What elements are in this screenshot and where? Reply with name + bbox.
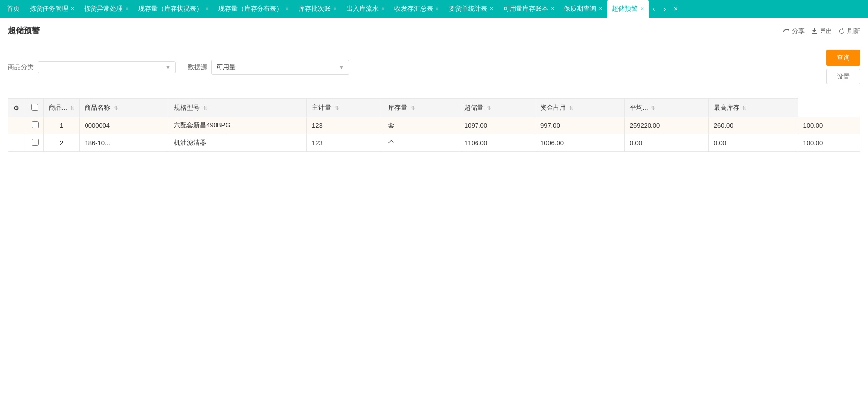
- th-unit[interactable]: 主计量 ⇅: [307, 99, 383, 117]
- cell-product-name: 机油滤清器: [169, 134, 307, 152]
- cell-capital: 0.00: [624, 134, 708, 152]
- nav-overstock-warning[interactable]: 超储预警 ×: [607, 0, 649, 18]
- header-actions: 分享 导出 刷新: [783, 27, 860, 36]
- category-select[interactable]: ▼: [38, 61, 176, 73]
- nav-inventory-dist[interactable]: 现存量（库存分布表） ×: [214, 0, 294, 18]
- th-capital[interactable]: 资金占用 ⇅: [535, 99, 624, 117]
- settings-button[interactable]: 设置: [826, 69, 860, 84]
- sort-icon: ⇅: [114, 105, 118, 111]
- cell-overstock: 1006.00: [535, 134, 624, 152]
- cell-product-code: 186-10...: [80, 134, 169, 152]
- sort-icon: ⇅: [203, 105, 207, 111]
- chevron-down-icon: ▼: [165, 64, 171, 70]
- cell-avg: 0.00: [708, 134, 798, 152]
- refresh-icon: [838, 28, 845, 35]
- table-row: 2 186-10... 机油滤清器 123 个 1106.00 1006.00 …: [8, 134, 860, 152]
- table-row: 1 0000004 六配套新昌490BPG 123 套 1097.00 997.…: [8, 117, 860, 134]
- close-icon[interactable]: ×: [71, 5, 74, 12]
- nav-inventory-status[interactable]: 现存量（库存状况表） ×: [133, 0, 214, 18]
- page-title: 超储预警: [8, 26, 40, 36]
- top-nav: 首页 拣货任务管理 × 拣货异常处理 × 现存量（库存状况表） × 现存量（库存…: [0, 0, 868, 18]
- nav-quality-period[interactable]: 保质期查询 ×: [559, 0, 607, 18]
- sort-icon: ⇅: [487, 105, 491, 111]
- filter-bar: 商品分类 ▼ 数据源 可用量 ▼ 查询 设置: [8, 44, 860, 90]
- cell-max-inventory: 100.00: [798, 117, 860, 134]
- filter-buttons: 查询 设置: [826, 50, 860, 84]
- th-max-inventory[interactable]: 最高库存 ⇅: [708, 99, 798, 117]
- settings-icon: ⚙: [13, 104, 19, 112]
- share-button[interactable]: 分享: [783, 27, 805, 36]
- refresh-button[interactable]: 刷新: [838, 27, 860, 36]
- cell-product-code: 0000004: [80, 117, 169, 134]
- datasource-filter: 数据源 可用量 ▼: [188, 60, 349, 75]
- close-icon[interactable]: ×: [551, 5, 554, 12]
- export-icon: [811, 28, 818, 35]
- cell-avg: 260.00: [708, 117, 798, 134]
- cell-unit: 套: [383, 117, 459, 134]
- nav-home[interactable]: 首页: [2, 0, 25, 18]
- close-icon[interactable]: ×: [381, 5, 385, 12]
- cell-inventory: 1097.00: [459, 117, 535, 134]
- th-checkbox: [26, 99, 44, 117]
- sort-icon: ⇅: [70, 105, 74, 111]
- th-inventory[interactable]: 库存量 ⇅: [383, 99, 459, 117]
- row-num: 1: [44, 117, 80, 134]
- sort-icon: ⇅: [411, 105, 415, 111]
- datasource-select[interactable]: 可用量 ▼: [211, 60, 349, 75]
- th-avg[interactable]: 平均... ⇅: [624, 99, 708, 117]
- sort-icon: ⇅: [569, 105, 573, 111]
- close-icon[interactable]: ×: [285, 5, 289, 12]
- nav-inout-flow[interactable]: 出入库流水 ×: [342, 0, 390, 18]
- row-checkbox-cell: [26, 134, 44, 152]
- chevron-down-icon: ▼: [339, 64, 344, 70]
- th-spec[interactable]: 规格型号 ⇅: [169, 99, 307, 117]
- cell-product-name: 六配套新昌490BPG: [169, 117, 307, 134]
- sort-icon: ⇅: [742, 105, 746, 111]
- row-settings: [8, 134, 26, 152]
- th-settings[interactable]: ⚙: [8, 99, 26, 117]
- category-filter: 商品分类 ▼: [8, 61, 176, 73]
- close-icon[interactable]: ×: [205, 5, 209, 12]
- nav-arrow-more[interactable]: ×: [670, 0, 681, 18]
- close-icon[interactable]: ×: [490, 5, 493, 12]
- export-button[interactable]: 导出: [811, 27, 832, 36]
- row-settings: [8, 117, 26, 134]
- cell-max-inventory: 100.00: [798, 134, 860, 152]
- th-product-name[interactable]: 商品名称 ⇅: [80, 99, 169, 117]
- datasource-value: 可用量: [217, 63, 236, 72]
- th-overstock[interactable]: 超储量 ⇅: [459, 99, 535, 117]
- page-header: 超储预警 分享 导出 刷新: [8, 26, 860, 36]
- sort-icon: ⇅: [651, 105, 655, 111]
- datasource-label: 数据源: [188, 63, 207, 72]
- close-icon[interactable]: ×: [333, 5, 337, 12]
- page-container: 超储预警 分享 导出 刷新 商品分类 ▼ 数据源: [0, 18, 868, 395]
- cell-spec: 123: [307, 134, 383, 152]
- nav-abnormal[interactable]: 拣货异常处理 ×: [79, 0, 133, 18]
- data-table: ⚙ 商品... ⇅ 商品名称 ⇅ 规格型号 ⇅ 主计量: [8, 98, 860, 152]
- close-icon[interactable]: ×: [640, 5, 644, 12]
- close-icon[interactable]: ×: [435, 5, 439, 12]
- nav-arrow-left[interactable]: ‹: [649, 0, 659, 18]
- cell-spec: 123: [307, 117, 383, 134]
- row-checkbox[interactable]: [32, 121, 39, 128]
- nav-order-stats[interactable]: 要货单统计表 ×: [444, 0, 498, 18]
- nav-task-mgmt[interactable]: 拣货任务管理 ×: [25, 0, 79, 18]
- nav-collect-summary[interactable]: 收发存汇总表 ×: [390, 0, 444, 18]
- cell-inventory: 1106.00: [459, 134, 535, 152]
- close-icon[interactable]: ×: [125, 5, 129, 12]
- cell-overstock: 997.00: [535, 117, 624, 134]
- row-checkbox-cell: [26, 117, 44, 134]
- row-checkbox[interactable]: [32, 139, 39, 146]
- cell-unit: 个: [383, 134, 459, 152]
- share-icon: [783, 28, 790, 35]
- cell-capital: 259220.00: [624, 117, 708, 134]
- row-num: 2: [44, 134, 80, 152]
- close-icon[interactable]: ×: [599, 5, 602, 12]
- nav-available-ledger[interactable]: 可用量库存账本 ×: [498, 0, 559, 18]
- sort-icon: ⇅: [335, 105, 339, 111]
- nav-batch-account[interactable]: 库存批次账 ×: [294, 0, 342, 18]
- th-product-code[interactable]: 商品... ⇅: [44, 99, 80, 117]
- nav-arrow-right[interactable]: ›: [659, 0, 670, 18]
- query-button[interactable]: 查询: [826, 50, 860, 66]
- select-all-checkbox[interactable]: [31, 104, 38, 111]
